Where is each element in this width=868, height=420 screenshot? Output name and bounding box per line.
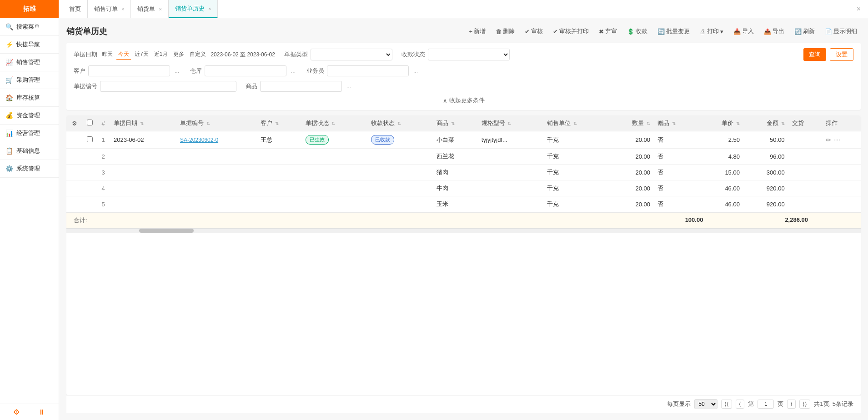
batch-change-icon: 🔄 — [657, 28, 665, 35]
col-payment-status[interactable]: 收款状态 ⇅ — [367, 115, 433, 131]
col-doc-status[interactable]: 单据状态 ⇅ — [302, 115, 367, 131]
col-qty[interactable]: 数量 ⇅ — [609, 115, 654, 131]
edit-icon[interactable]: ✏ — [826, 136, 831, 144]
col-unit-price[interactable]: 单价 ⇅ — [699, 115, 743, 131]
col-amount-label: 金额 — [767, 120, 778, 126]
col-unit[interactable]: 销售单位 ⇅ — [543, 115, 609, 131]
show-detail-button[interactable]: 📄 显示明细 — [821, 25, 861, 37]
batch-change-button[interactable]: 🔄 批量变更 — [654, 25, 693, 37]
page-first-button[interactable]: ⟨⟨ — [721, 400, 732, 409]
filter-payment-status-select[interactable] — [428, 49, 510, 60]
sidebar-collapse-icon[interactable]: ⏸ — [38, 408, 45, 416]
sidebar-item-operation-mgmt[interactable]: 📊 经营管理 — [0, 125, 59, 142]
cell-settings — [66, 131, 83, 149]
filter-goods-input[interactable] — [260, 81, 342, 92]
col-doc-num[interactable]: 单据编号 ⇅ — [176, 115, 257, 131]
import-button[interactable]: 📥 导入 — [730, 25, 758, 37]
select-all-checkbox[interactable] — [87, 120, 93, 125]
page-size-select[interactable]: 20 50 100 — [694, 399, 717, 409]
tabs-close-all[interactable]: × — [853, 5, 864, 13]
cell-checkbox[interactable] — [83, 131, 96, 149]
tab-sales-delivery[interactable]: 销货单 × — [131, 0, 168, 18]
audit-button[interactable]: ✔ 审核 — [521, 25, 547, 37]
print-button[interactable]: 🖨 打印 ▾ — [696, 25, 727, 37]
cell-checkbox[interactable] — [83, 165, 96, 180]
sidebar-item-sys-mgmt[interactable]: ⚙️ 系统管理 — [0, 160, 59, 178]
row-checkbox[interactable] — [87, 136, 93, 142]
sidebar-item-purchase-mgmt[interactable]: 🛒 采购管理 — [0, 71, 59, 89]
doc-status-badge: 已生效 — [306, 135, 329, 145]
staff-ellipsis[interactable]: ... — [411, 68, 420, 74]
query-button[interactable]: 查询 — [803, 48, 826, 61]
filter-customer-label: 客户 — [74, 67, 85, 75]
cell-checkbox[interactable] — [83, 180, 96, 196]
cell-spec: tyjyjtyjdf... — [478, 131, 543, 149]
shortcut-more[interactable]: 更多 — [171, 50, 186, 60]
col-settings[interactable]: ⚙ — [66, 115, 83, 131]
tab-sales-order[interactable]: 销售订单 × — [88, 0, 131, 18]
refresh-button[interactable]: 🔃 刷新 — [791, 25, 818, 37]
tab-sales-history[interactable]: 销货单历史 × — [169, 0, 218, 18]
footer-label: 合计: — [74, 216, 87, 225]
page-next-button[interactable]: ⟩ — [787, 400, 796, 409]
sidebar-item-search-menu[interactable]: 🔍 搜索菜单 — [0, 18, 59, 36]
shortcut-custom[interactable]: 自定义 — [188, 50, 208, 60]
tab-home[interactable]: 首页 — [63, 0, 88, 18]
col-customer[interactable]: 客户 ⇅ — [257, 115, 301, 131]
shortcut-today[interactable]: 今天 — [116, 50, 131, 60]
more-icon[interactable]: ⋯ — [834, 136, 840, 144]
horizontal-scrollbar[interactable] — [66, 228, 861, 233]
scrollbar-thumb[interactable] — [139, 229, 194, 233]
warehouse-ellipsis[interactable]: ... — [289, 68, 297, 74]
sidebar-item-quick-nav[interactable]: ⚡ 快捷导航 — [0, 36, 59, 54]
sidebar-settings-icon[interactable]: ⚙ — [13, 408, 20, 416]
export-button[interactable]: 📤 导出 — [760, 25, 788, 37]
col-gift[interactable]: 赠品 ⇅ — [654, 115, 698, 131]
filter-warehouse-group: 仓库 ... — [190, 65, 297, 76]
col-goods[interactable]: 商品 ⇅ — [433, 115, 477, 131]
new-button[interactable]: + 新增 — [465, 25, 489, 37]
audit-print-button[interactable]: ✔ 审核并打印 — [549, 25, 592, 37]
shortcut-7days[interactable]: 近7天 — [133, 50, 151, 60]
filter-staff-input[interactable] — [327, 65, 409, 76]
sidebar-item-inventory[interactable]: 🏠 库存核算 — [0, 89, 59, 107]
col-doc-date[interactable]: 单据日期 ⇅ — [110, 115, 176, 131]
sidebar-item-finance-mgmt[interactable]: 💰 资金管理 — [0, 107, 59, 125]
receive-button[interactable]: 💲 收款 — [623, 25, 651, 37]
collapse-button[interactable]: ∧ 收起更多条件 — [74, 96, 853, 105]
col-amount[interactable]: 金额 ⇅ — [743, 115, 788, 131]
cell-checkbox[interactable] — [83, 196, 96, 212]
goods-ellipsis[interactable]: ... — [345, 83, 353, 90]
filter-warehouse-input[interactable] — [205, 65, 286, 76]
page-prev-button[interactable]: ⟨ — [736, 400, 744, 409]
filter-doc-type-group: 单据类型 — [284, 49, 392, 60]
doc-num-link[interactable]: SA-20230602-0 — [180, 137, 218, 143]
filter-doc-num-input[interactable] — [100, 81, 236, 92]
cell-customer — [257, 165, 301, 180]
shortcut-yesterday[interactable]: 昨天 — [100, 50, 115, 60]
table-row: 3 猪肉 千克 20.00 否 15.00 300.00 — [66, 165, 861, 180]
abandon-button[interactable]: ✖ 弃审 — [595, 25, 621, 37]
tab-sales-order-close[interactable]: × — [121, 6, 124, 12]
tab-sales-delivery-close[interactable]: × — [159, 6, 161, 12]
delete-button[interactable]: 🗑 删除 — [492, 25, 518, 37]
cell-doc-date: 2023-06-02 — [110, 131, 176, 149]
sidebar-item-base-info[interactable]: 📋 基础信息 — [0, 142, 59, 160]
page-input[interactable] — [758, 400, 774, 409]
col-spec[interactable]: 规格型号 ⇅ — [478, 115, 543, 131]
purchase-mgmt-icon: 🛒 — [5, 76, 13, 84]
cell-checkbox[interactable] — [83, 149, 96, 165]
filter-customer-input[interactable] — [88, 65, 170, 76]
shortcut-1month[interactable]: 近1月 — [152, 50, 170, 60]
cell-doc-num — [176, 165, 257, 180]
settings-col-icon[interactable]: ⚙ — [72, 120, 77, 127]
settings-button[interactable]: 设置 — [830, 48, 853, 61]
sidebar-item-label: 采购管理 — [16, 76, 40, 84]
sidebar-item-sales-mgmt[interactable]: 📈 销售管理 — [0, 54, 59, 71]
customer-ellipsis[interactable]: ... — [173, 68, 181, 74]
tab-sales-delivery-label: 销货单 — [137, 5, 155, 13]
page-last-button[interactable]: ⟩⟩ — [799, 400, 810, 409]
tab-sales-history-close[interactable]: × — [208, 6, 211, 11]
filter-doc-type-select[interactable] — [311, 49, 392, 60]
cell-amount: 920.00 — [743, 180, 788, 196]
